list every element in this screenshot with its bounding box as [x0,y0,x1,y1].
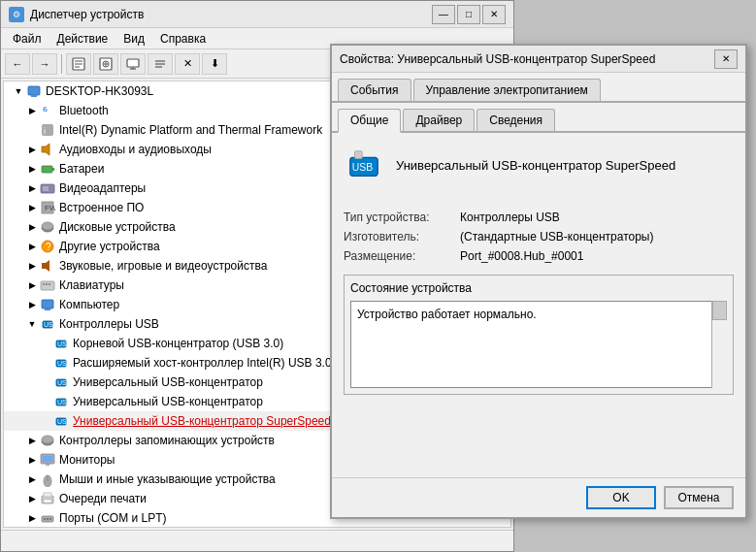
status-text-wrapper: Устройство работает нормально. [350,301,727,388]
svg-point-62 [49,518,51,520]
fw-label: Встроенное ПО [59,201,144,214]
maximize-button[interactable]: □ [457,5,480,24]
menu-view[interactable]: Вид [115,30,152,48]
usb-root-label: Корневой USB-концентратор (USB 3.0) [73,337,283,350]
sound-icon [39,258,56,274]
main-title-bar: ⚙ Диспетчер устройств — □ ✕ [1,1,513,28]
cancel-button[interactable]: Отмена [664,486,734,509]
print-icon [39,491,56,506]
usb-ctrl-arrow: ▼ [25,319,39,329]
svg-text:USB: USB [57,379,69,386]
list-button[interactable] [148,53,173,75]
svg-rect-34 [49,283,50,285]
prop-loc-label: Размещение: [344,249,460,263]
intel-label: Intel(R) Dynamic Platform and Thermal Fr… [59,123,322,137]
svg-text:?: ? [46,242,51,252]
usb-hub1-label: Универсальный USB-концентратор [73,375,263,389]
sound-arrow: ▶ [25,261,39,271]
menu-action[interactable]: Действие [49,30,116,48]
computer-button[interactable] [120,53,146,75]
other-label: Другие устройства [59,240,160,253]
toolbar-sep-1 [61,54,62,74]
storage-arrow: ▶ [25,436,39,445]
remove-button[interactable]: ✕ [175,53,200,75]
tab-general[interactable]: Общие [338,109,401,133]
usb-hub2-label: Универсальный USB-концентратор [73,395,263,408]
audio-label: Аудиовходы и аудиовыходы [59,143,212,156]
monitor-label: Мониторы [59,453,115,467]
tab-events[interactable]: События [338,79,411,101]
svg-rect-31 [41,281,54,290]
monitor-icon [39,452,56,468]
tab-details[interactable]: Сведения [477,109,555,131]
pc-arrow: ▶ [25,300,39,309]
properties-dialog: Свойства: Универсальный USB-концентратор… [330,44,747,519]
svg-point-60 [44,518,46,520]
app-icon: ⚙ [9,7,24,22]
scan-button[interactable] [93,53,118,75]
prop-mfr-label: Изготовитель: [344,230,460,244]
disk-label: Дисковые устройства [59,220,176,234]
svg-point-27 [42,222,53,230]
svg-rect-15 [31,95,37,97]
disk-icon [39,219,56,235]
gpu-icon [39,180,56,196]
bat-label: Батареи [59,162,104,176]
usb-root-icon: USB [52,336,70,351]
dialog-content: USB Универсальный USB-концентратор Super… [332,133,745,477]
print-label: Очереди печати [59,492,147,505]
gpu-arrow: ▶ [25,183,39,193]
svg-rect-8 [127,59,139,67]
back-button[interactable]: ← [5,53,30,75]
dialog-buttons: OK Отмена [332,477,745,517]
svg-text:FW: FW [45,204,55,212]
root-icon [25,83,43,99]
prop-loc-row: Размещение: Port_#0008.Hub_#0001 [344,249,734,263]
kbd-label: Клавиатуры [59,278,124,292]
print-arrow: ▶ [25,494,39,503]
bt-arrow: ▶ [25,106,39,115]
storage-icon [39,433,56,448]
menu-help[interactable]: Справка [152,30,214,48]
root-label: DESKTOP-HK3093L [46,84,153,98]
audio-icon [39,142,56,157]
status-scrollbar[interactable] [711,301,727,388]
device-header: USB Универсальный USB-концентратор Super… [344,145,734,195]
usb-ext-icon: USB [52,355,70,371]
disk-arrow: ▶ [25,222,39,232]
port-arrow: ▶ [25,513,39,523]
device-status-group: Состояние устройства Устройство работает… [344,275,734,395]
bt-icon: ⁶ [39,103,56,118]
dialog-tabs-row1: События Управление электропитанием [332,73,745,103]
dialog-close-button[interactable]: ✕ [714,49,738,69]
sound-label: Звуковые, игровые и видеоустройства [59,259,267,273]
device-status-text[interactable]: Устройство работает нормально. [350,301,727,388]
storage-label: Контроллеры запоминающих устройств [59,434,275,447]
ok-button[interactable]: OK [586,486,656,509]
properties-button[interactable] [66,53,91,75]
device-large-icon: USB [344,145,384,185]
svg-rect-14 [28,86,40,95]
other-icon: ? [39,239,56,254]
dialog-tabs-row2: Общие Драйвер Сведения [332,103,745,131]
svg-point-61 [47,518,49,520]
forward-button[interactable]: → [32,53,57,75]
tab-driver[interactable]: Драйвер [403,109,475,131]
menu-file[interactable]: Файл [5,30,49,48]
download-button[interactable]: ⬇ [202,53,227,75]
svg-rect-23 [43,186,49,191]
usb-ss-icon: USB [52,413,70,429]
svg-rect-57 [44,493,51,497]
prop-loc-value: Port_#0008.Hub_#0001 [460,249,734,263]
root-arrow: ▼ [12,86,25,96]
close-button[interactable]: ✕ [482,5,506,24]
main-window-title: Диспетчер устройств [30,8,432,21]
svg-text:USB: USB [57,399,69,406]
mouse-arrow: ▶ [25,474,39,484]
svg-rect-33 [46,283,48,285]
svg-text:⁶: ⁶ [43,105,48,118]
svg-rect-58 [44,500,51,503]
tab-power[interactable]: Управление электропитанием [413,79,601,101]
minimize-button[interactable]: — [432,5,455,24]
usb-ctrl-icon: USB [39,316,56,332]
